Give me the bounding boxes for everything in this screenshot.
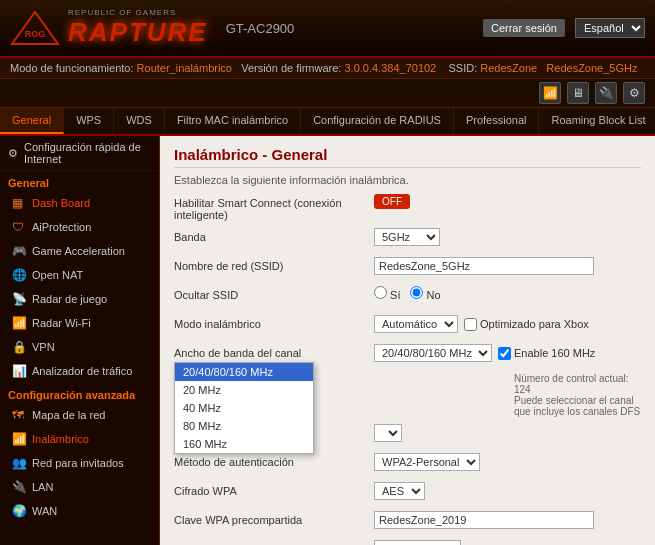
config-rapida-icon: ⚙ — [8, 147, 18, 160]
ssid2-link[interactable]: RedesZone_5GHz — [546, 62, 637, 74]
radio-si-label[interactable]: Sí — [374, 286, 400, 301]
header: ROG REPUBLIC OF GAMERS RAPTURE GT-AC2900… — [0, 0, 655, 58]
red-invitados-icon: 👥 — [12, 456, 26, 470]
dropdown-item-2[interactable]: 40 MHz — [175, 399, 313, 417]
dropdown-item-3[interactable]: 80 MHz — [175, 417, 313, 435]
firmware-link[interactable]: 3.0.0.4.384_70102 — [344, 62, 436, 74]
banda-label: Banda — [174, 228, 374, 243]
modo-inalambrico-control: Automático Optimizado para Xbox — [374, 315, 641, 333]
sidebar-item-aiprotection[interactable]: 🛡 AiProtection — [0, 215, 159, 239]
svg-text:ROG: ROG — [25, 29, 46, 39]
dropdown-item-1[interactable]: 20 MHz — [175, 381, 313, 399]
wifi-icon[interactable]: 📶 — [539, 82, 561, 104]
canal-control: Número de control actual: 124 Puede sele… — [374, 373, 641, 417]
sidebar-item-radar-wifi[interactable]: 📶 Radar Wi-Fi — [0, 311, 159, 335]
ancho-banda-select[interactable]: 20/40/80/160 MHz — [374, 344, 492, 362]
xbox-checkbox[interactable] — [464, 318, 477, 331]
banda-select[interactable]: 2.4GHz 5GHz — [374, 228, 440, 246]
ssid1-link[interactable]: RedesZone — [480, 62, 537, 74]
fotogramas-control: Deshabilitar — [374, 540, 641, 545]
radio-no[interactable] — [410, 286, 423, 299]
metodo-auth-label: Método de autenticación — [174, 453, 374, 468]
radar-wifi-icon: 📶 — [12, 316, 26, 330]
settings-icon[interactable]: ⚙ — [623, 82, 645, 104]
sidebar-item-analizador[interactable]: 📊 Analizador de tráfico — [0, 359, 159, 383]
subheader: Modo de funcionamiento: Router_inalámbri… — [0, 58, 655, 79]
sidebar-item-config-rapida[interactable]: ⚙ Configuración rápida de Internet — [0, 136, 159, 171]
mode-link[interactable]: Router_inalámbrico — [137, 62, 232, 74]
sidebar-lan-label: LAN — [32, 481, 53, 493]
ssid-field-label: Nombre de red (SSID) — [174, 257, 374, 272]
wan-icon: 🌍 — [12, 504, 26, 518]
usb-icon[interactable]: 🔌 — [595, 82, 617, 104]
dropdown-item-4[interactable]: 160 MHz — [175, 435, 313, 453]
sidebar-item-lan[interactable]: 🔌 LAN — [0, 475, 159, 499]
ancho-banda-control: 20/40/80/160 MHz Enable 160 MHz 20/40/80… — [374, 344, 641, 362]
smart-connect-toggle[interactable]: OFF — [374, 194, 410, 209]
metodo-auth-control: WPA2-Personal — [374, 453, 641, 471]
model-label: GT-AC2900 — [226, 21, 295, 36]
ssid-input[interactable] — [374, 257, 594, 275]
republic-label: REPUBLIC OF GAMERS — [68, 8, 208, 17]
tab-professional[interactable]: Professional — [454, 108, 540, 134]
lan-icon: 🔌 — [12, 480, 26, 494]
cifrado-wpa-row: Cifrado WPA AES — [174, 482, 641, 504]
main-layout: ⚙ Configuración rápida de Internet Gener… — [0, 136, 655, 545]
sidebar-vpn-label: VPN — [32, 341, 55, 353]
tab-roaming[interactable]: Roaming Block List — [539, 108, 655, 134]
tab-radius[interactable]: Configuración de RADIUS — [301, 108, 454, 134]
tab-general[interactable]: General — [0, 108, 64, 134]
enable160-checkbox[interactable] — [498, 347, 511, 360]
ancho-banda-row: Ancho de banda del canal 20/40/80/160 MH… — [174, 344, 641, 366]
header-controls: Cerrar sesión Español — [483, 18, 645, 38]
sidebar-item-red-invitados[interactable]: 👥 Red para invitados — [0, 451, 159, 475]
metodo-auth-row: Método de autenticación WPA2-Personal — [174, 453, 641, 475]
sidebar-item-vpn[interactable]: 🔒 VPN — [0, 335, 159, 359]
sidebar-item-wan[interactable]: 🌍 WAN — [0, 499, 159, 523]
rog-logo-icon: ROG — [10, 10, 60, 46]
sidebar: ⚙ Configuración rápida de Internet Gener… — [0, 136, 160, 545]
sidebar-analizador-label: Analizador de tráfico — [32, 365, 132, 377]
tab-wds[interactable]: WDS — [114, 108, 165, 134]
sidebar-item-opennat[interactable]: 🌐 Open NAT — [0, 263, 159, 287]
svg-marker-0 — [12, 12, 58, 44]
radio-si[interactable] — [374, 286, 387, 299]
rapture-title: RAPTURE — [68, 17, 208, 48]
sidebar-item-mapa[interactable]: 🗺 Mapa de la red — [0, 403, 159, 427]
logout-button[interactable]: Cerrar sesión — [483, 19, 565, 37]
clave-wpa-input[interactable] — [374, 511, 594, 529]
sidebar-radar-juego-label: Radar de juego — [32, 293, 107, 305]
metodo-auth-select[interactable]: WPA2-Personal — [374, 453, 480, 471]
sidebar-radar-wifi-label: Radar Wi-Fi — [32, 317, 91, 329]
smart-connect-control: OFF — [374, 194, 641, 209]
network-icon[interactable]: 🖥 — [567, 82, 589, 104]
xbox-checkbox-label[interactable]: Optimizado para Xbox — [464, 318, 589, 331]
fotogramas-select[interactable]: Deshabilitar — [374, 540, 461, 545]
language-select[interactable]: Español — [575, 18, 645, 38]
tab-wps[interactable]: WPS — [64, 108, 114, 134]
ocultar-ssid-row: Ocultar SSID Sí No — [174, 286, 641, 308]
canal-info-value: Número de control actual: 124 — [514, 373, 641, 395]
banda-control: 2.4GHz 5GHz — [374, 228, 641, 246]
sidebar-item-inalambrico[interactable]: 📶 Inalámbrico — [0, 427, 159, 451]
tab-filtro[interactable]: Filtro MAC inalámbrico — [165, 108, 301, 134]
sidebar-general-section: General — [0, 171, 159, 191]
sidebar-item-radar-juego[interactable]: 📡 Radar de juego — [0, 287, 159, 311]
enable160-text: Enable 160 MHz — [514, 347, 595, 359]
cifrado-wpa-select[interactable]: AES — [374, 482, 425, 500]
cifrado-wpa-control: AES — [374, 482, 641, 500]
canal-extension-select[interactable] — [374, 424, 402, 442]
enable160-label[interactable]: Enable 160 MHz — [498, 347, 595, 360]
sidebar-item-dashboard[interactable]: ▦ Dash Board — [0, 191, 159, 215]
sidebar-item-game[interactable]: 🎮 Game Acceleration — [0, 239, 159, 263]
dropdown-item-0[interactable]: 20/40/80/160 MHz — [175, 363, 313, 381]
smart-connect-row: Habilitar Smart Connect (conexión inteli… — [174, 194, 641, 221]
radio-no-label[interactable]: No — [410, 286, 440, 301]
analizador-icon: 📊 — [12, 364, 26, 378]
fotogramas-label: Fotogramas de administración protegidos — [174, 540, 374, 545]
modo-inalambrico-select[interactable]: Automático — [374, 315, 458, 333]
firmware-label: Versión de firmware: — [241, 62, 341, 74]
page-title: Inalámbrico - General — [174, 146, 641, 168]
fotogramas-row: Fotogramas de administración protegidos … — [174, 540, 641, 545]
ancho-banda-dropdown: 20/40/80/160 MHz 20 MHz 40 MHz 80 MHz 16… — [174, 362, 314, 454]
